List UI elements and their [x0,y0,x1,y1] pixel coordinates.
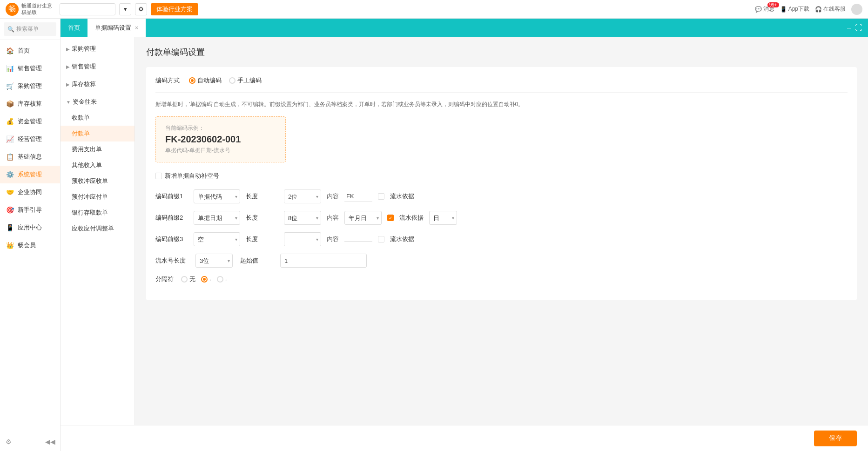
tab-maximize-icon[interactable]: ⛶ [855,24,862,32]
preview-label: 当前编码示例： [165,124,276,132]
serial-start-input[interactable] [280,254,367,268]
sidebar-item-label: 首页 [18,47,30,55]
logo-text: 畅通道好生意 极品版 [21,3,52,15]
top-bar: 畅 畅通道好生意 极品版 ▾ ⚙ 体验行业方案 💬 消息 99+ 📱 App下载… [0,0,868,19]
sidebar-item-apps[interactable]: 📱 应用中心 [0,219,60,236]
submenu-header-capital[interactable]: ▼ 资金往来 [61,94,135,110]
service-item[interactable]: 🎧 在线客服 [815,5,846,13]
radio-auto-dot [189,77,195,84]
form-row-prefix2: 编码前缀2 单据日期 ▾ 长度 8位 ▾ [155,211,848,225]
tab-minimize-icon[interactable]: – [847,24,851,32]
sidebar-item-inventory[interactable]: 📦 库存核算 [0,95,60,113]
submenu-header-sales[interactable]: ▶ 销售管理 [61,59,135,74]
app-download-item[interactable]: 📱 App下载 [780,5,809,13]
length2-label: 长度 [246,214,278,222]
user-avatar[interactable] [851,4,862,15]
submenu-header-purchase[interactable]: ▶ 采购管理 [61,41,135,57]
message-item[interactable]: 💬 消息 99+ [755,5,774,13]
system-icon: ⚙️ [6,170,14,179]
sidebar-item-label: 基础信息 [18,153,42,161]
submenu-item-receipt[interactable]: 收款单 [61,110,135,126]
search-menu[interactable]: 🔍 搜索菜单 [4,22,56,36]
tab-encode-settings[interactable]: 单据编码设置 × [87,19,146,37]
stream1-label: 流水依据 [390,192,414,201]
submenu-item-expense[interactable]: 费用支出单 [61,141,135,157]
submenu-item-other-income[interactable]: 其他收入单 [61,157,135,173]
serial-length-select[interactable]: 3位 [195,254,233,268]
submenu-item-pre-pay[interactable]: 预付冲应付单 [61,189,135,205]
submenu-item-pre-collect[interactable]: 预收冲应收单 [61,173,135,189]
sidebar-item-label: 畅会员 [18,241,36,249]
prefix3-label: 编码前缀3 [155,235,188,243]
content-area: 首页 单据编码设置 × – ⛶ ▶ 采购管理 [61,19,868,451]
sidebar-item-finance[interactable]: 💰 资金管理 [0,113,60,130]
content2-select-wrapper: 年月日 ▾ [344,211,382,225]
length3-select-wrapper: ▾ [284,232,321,246]
app-icon: 📱 [780,6,787,13]
nav-dropdown[interactable] [60,3,115,15]
separator-label: 分隔符 [155,275,174,283]
nav-settings-btn[interactable]: ⚙ [135,3,147,15]
radio-manual[interactable]: 手工编码 [229,76,262,85]
collab-icon: 🤝 [6,188,14,196]
basic-icon: 📋 [6,153,14,161]
sep-none[interactable]: 无 [181,275,195,283]
submenu-header-inventory[interactable]: ▶ 库存核算 [61,76,135,92]
form-row-prefix1: 编码前缀1 单据代码 ▾ 长度 2位 ▾ [155,189,848,203]
length1-select[interactable]: 2位 [284,189,321,203]
stream2-option-select[interactable]: 日 [429,211,457,225]
preview-code: FK-20230602-001 [165,134,276,145]
stream3-checkbox[interactable] [378,236,384,242]
nav-chevron-btn[interactable]: ▾ [119,3,131,15]
sidebar-bottom: ⚙ ◀◀ [0,434,60,451]
length3-label: 长度 [246,235,278,243]
message-badge: 99+ [767,2,779,7]
sidebar-item-home[interactable]: 🏠 首页 [0,42,60,60]
radio-auto[interactable]: 自动编码 [189,76,222,85]
stream3-label: 流水依据 [390,235,414,243]
sep-dash[interactable]: · [217,276,227,283]
content-with-submenu: ▶ 采购管理 ▶ 销售管理 ▶ 库存核算 [61,37,868,425]
save-button[interactable]: 保存 [814,431,857,446]
sidebar-item-label: 库存核算 [18,100,42,108]
submenu-item-bank[interactable]: 银行存取款单 [61,205,135,221]
tab-home[interactable]: 首页 [61,19,87,37]
prefix1-select[interactable]: 单据代码 [194,189,240,203]
length2-select[interactable]: 8位 [284,211,321,225]
content1-value: FK [344,191,372,202]
prefix2-select[interactable]: 单据日期 [194,211,240,225]
operation-icon: 📈 [6,135,14,143]
sidebar-item-operation[interactable]: 📈 经营管理 [0,130,60,148]
sidebar-item-label: 经营管理 [18,135,42,143]
sidebar: 🔍 搜索菜单 🏠 首页 📊 销售管理 🛒 采购管理 📦 库存核算 💰 [0,19,61,451]
sidebar-item-member[interactable]: 👑 畅会员 [0,236,60,254]
submenu-item-adjust[interactable]: 应收应付调整单 [61,221,135,236]
serial-length-label: 流水号长度 [155,256,188,265]
auto-fill-checkbox[interactable] [155,173,162,179]
stream2-checkbox[interactable]: ✓ [387,215,394,221]
prefix3-select[interactable]: 空 [194,232,240,246]
tab-close-icon[interactable]: × [135,25,138,31]
top-bar-left: 畅 畅通道好生意 极品版 ▾ ⚙ 体验行业方案 [6,3,751,16]
sep-dot[interactable]: · [201,276,211,283]
content2-select[interactable]: 年月日 [344,211,382,225]
sidebar-item-purchase[interactable]: 🛒 采购管理 [0,77,60,95]
sidebar-item-system[interactable]: ⚙️ 系统管理 [0,166,60,183]
sidebar-item-collab[interactable]: 🤝 企业协同 [0,183,60,201]
stream1-checkbox[interactable] [378,193,384,200]
length1-label: 长度 [246,192,278,201]
length2-select-wrapper: 8位 ▾ [284,211,321,225]
sidebar-item-basic[interactable]: 📋 基础信息 [0,148,60,166]
service-icon: 🎧 [815,6,822,13]
submenu-item-payment[interactable]: 付款单 [61,126,135,141]
length3-select[interactable] [284,232,321,246]
content2-label: 内容 [327,214,339,222]
settings-bottom-icon[interactable]: ⚙ [6,438,15,447]
trial-btn[interactable]: 体验行业方案 [151,3,198,15]
prefix2-label: 编码前缀2 [155,214,188,222]
collapse-icon[interactable]: ◀◀ [45,438,54,447]
tab-bar-right: – ⛶ [847,24,868,32]
sidebar-item-sales[interactable]: 📊 销售管理 [0,60,60,77]
sidebar-nav: 🏠 首页 📊 销售管理 🛒 采购管理 📦 库存核算 💰 资金管理 📈 经 [0,40,60,434]
sidebar-item-guide[interactable]: 🎯 新手引导 [0,201,60,219]
